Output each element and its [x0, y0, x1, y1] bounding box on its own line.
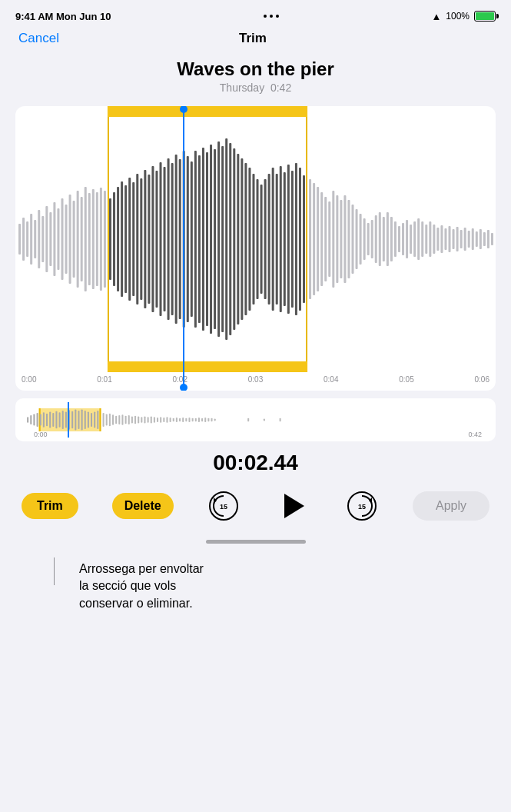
svg-rect-99 [406, 220, 408, 258]
playhead[interactable] [183, 106, 184, 391]
svg-rect-77 [320, 192, 323, 286]
svg-rect-44 [191, 161, 193, 317]
svg-rect-109 [444, 228, 446, 250]
svg-rect-148 [88, 412, 89, 428]
svg-rect-48 [206, 152, 208, 326]
svg-rect-58 [244, 163, 247, 315]
svg-rect-94 [387, 212, 389, 266]
svg-rect-95 [390, 217, 393, 261]
scrubber-start-time: 0:00 [34, 431, 48, 438]
svg-rect-88 [363, 218, 366, 260]
svg-rect-129 [27, 417, 28, 423]
svg-rect-102 [417, 218, 420, 260]
svg-rect-16 [81, 197, 83, 281]
svg-rect-104 [425, 225, 427, 254]
svg-rect-158 [121, 414, 123, 425]
scrubber-container[interactable]: 0:00 0:42 [15, 398, 496, 441]
svg-rect-145 [78, 411, 79, 429]
svg-rect-90 [371, 220, 373, 258]
svg-rect-180 [192, 418, 194, 422]
svg-rect-114 [464, 228, 466, 251]
play-button[interactable] [274, 488, 311, 524]
svg-rect-41 [179, 159, 181, 319]
svg-rect-160 [128, 415, 130, 424]
svg-rect-103 [421, 221, 423, 257]
trim-button[interactable]: Trim [22, 493, 78, 519]
time-labels: 0:00 0:01 0:02 0:03 0:04 0:05 0:06 [15, 372, 496, 391]
svg-rect-49 [210, 145, 212, 334]
svg-rect-163 [138, 417, 139, 424]
svg-rect-24 [113, 192, 115, 286]
svg-rect-73 [303, 175, 305, 303]
svg-rect-150 [94, 412, 95, 428]
svg-rect-46 [198, 155, 201, 323]
svg-rect-172 [166, 417, 168, 423]
svg-rect-81 [336, 195, 338, 283]
recording-title: Waves on the pier [15, 58, 496, 80]
svg-rect-154 [109, 414, 111, 427]
home-indicator [0, 534, 511, 548]
svg-rect-151 [97, 411, 98, 429]
svg-rect-140 [62, 411, 64, 429]
svg-rect-122 [108, 106, 109, 372]
svg-rect-54 [229, 143, 231, 335]
delete-button[interactable]: Delete [112, 493, 174, 519]
svg-rect-134 [43, 412, 45, 428]
svg-rect-6 [41, 216, 44, 262]
svg-rect-138 [55, 411, 57, 429]
svg-rect-83 [343, 195, 346, 283]
svg-rect-66 [276, 174, 278, 304]
svg-rect-168 [154, 417, 155, 423]
svg-rect-13 [69, 195, 71, 284]
svg-rect-155 [112, 414, 114, 425]
svg-rect-76 [317, 187, 319, 291]
svg-rect-55 [233, 148, 235, 330]
svg-rect-149 [91, 413, 92, 427]
svg-rect-136 [49, 412, 51, 428]
svg-rect-21 [100, 188, 102, 291]
svg-rect-26 [121, 181, 123, 297]
svg-rect-174 [173, 418, 174, 422]
skip-back-circle: 15 [209, 491, 238, 521]
svg-rect-36 [160, 162, 162, 316]
svg-rect-152 [103, 413, 105, 427]
svg-rect-133 [40, 414, 41, 426]
home-bar [206, 540, 306, 544]
annotation-line [54, 557, 55, 585]
skip-forward-icon: 15 [349, 493, 375, 519]
annotation-area: Arrossega per envoltarla secció que vols… [0, 548, 511, 612]
svg-rect-33 [148, 175, 150, 304]
status-right: ▲ 100% [431, 11, 496, 22]
svg-rect-7 [45, 206, 48, 272]
battery-icon [474, 11, 496, 22]
svg-rect-143 [71, 411, 73, 429]
controls-bar: Trim Delete 15 15 Apply [0, 481, 511, 534]
svg-rect-38 [168, 158, 170, 320]
svg-rect-132 [37, 413, 38, 427]
svg-rect-128 [99, 408, 101, 431]
svg-rect-28 [128, 178, 131, 301]
svg-rect-173 [170, 418, 171, 422]
time-label-4: 0:04 [324, 375, 338, 391]
apply-button[interactable]: Apply [413, 491, 489, 521]
svg-rect-96 [394, 221, 397, 257]
svg-rect-181 [195, 418, 197, 422]
svg-rect-91 [375, 215, 377, 263]
svg-rect-59 [248, 168, 251, 311]
svg-rect-18 [88, 193, 91, 285]
svg-text:15: 15 [220, 503, 227, 511]
svg-rect-65 [272, 168, 274, 311]
skip-forward-button[interactable]: 15 [345, 489, 379, 523]
waveform-container[interactable]: 0:00 0:01 0:02 0:03 0:04 0:05 0:06 [15, 106, 496, 391]
status-center-dots [264, 15, 279, 18]
svg-rect-167 [151, 417, 152, 424]
cancel-button[interactable]: Cancel [18, 31, 59, 46]
svg-rect-23 [109, 198, 111, 280]
svg-rect-5 [38, 210, 40, 268]
svg-rect-20 [96, 192, 98, 286]
skip-back-button[interactable]: 15 [207, 489, 241, 523]
svg-rect-182 [198, 418, 200, 422]
svg-rect-178 [185, 418, 187, 422]
svg-rect-189 [264, 419, 265, 421]
svg-rect-97 [398, 226, 400, 252]
